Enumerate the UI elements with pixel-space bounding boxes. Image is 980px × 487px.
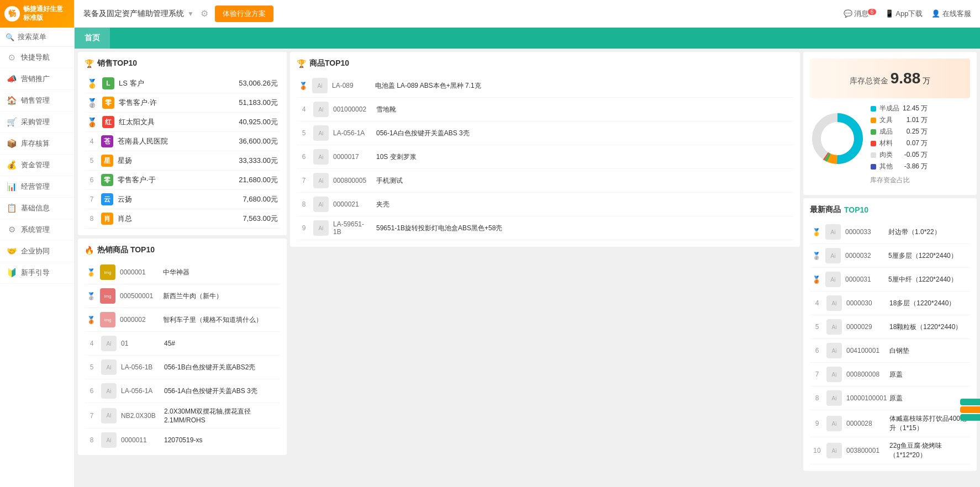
product-row: 8 Ai 0000011 12070519-xs [85, 428, 280, 448]
online-service-link[interactable]: 👤 在线客服 [931, 9, 971, 19]
legend-label: 文具 [879, 115, 903, 125]
rank-medal-1: 🥇 [87, 268, 96, 277]
customer-badge: 零 [102, 97, 114, 109]
hot-products-label: 热销商品 TOP10 [97, 245, 155, 255]
product-row: 6 Ai 0000017 10S 变刺罗浆 [297, 145, 793, 169]
product-image: Ai [826, 295, 842, 311]
product-code: 001000002 [333, 105, 372, 113]
nav-label: 经营管理 [21, 182, 50, 192]
new-products-label: 最新商品 [810, 205, 841, 215]
sidebar-item-guide[interactable]: 🔰 新手引导 [0, 262, 74, 284]
product-row: 4 Ai 01 45# [85, 332, 280, 356]
live-stream-button[interactable]: 直播 [960, 414, 980, 421]
product-name: 056-1B白色按键开关底ABS2壳 [164, 363, 278, 372]
float-service-panel: 客服热线 服务社区 直播 [960, 399, 980, 421]
product-row: 7 Ai 000800008 原盖 [810, 363, 970, 387]
customer-amount: 40,925.00元 [239, 117, 278, 127]
app-download-label: App下载 [895, 9, 923, 18]
customer-name: 苍南县人民医院 [118, 136, 234, 146]
product-code: 0000032 [845, 252, 884, 260]
nav-label: 采购管理 [21, 117, 50, 127]
product-row: 8 Ai 0000021 夹壳 [297, 193, 793, 216]
inventory-total: 库存总资金 9.88 万 [810, 59, 970, 98]
sidebar-item-system[interactable]: ⚙ 系统管理 [0, 219, 74, 241]
customer-amount: 33,333.00元 [239, 156, 278, 166]
service-community-button[interactable]: 服务社区 [960, 406, 980, 413]
gear-icon[interactable]: ⚙ [201, 8, 208, 19]
customer-service-button[interactable]: 客服热线 [960, 399, 980, 405]
product-code: 01 [121, 340, 160, 347]
legend-value: 0.07 万 [907, 139, 928, 148]
legend-item: 其他 -3.86 万 [871, 162, 928, 171]
product-row: 🥇 Ai 0000033 封边带（1.0*22） [810, 220, 970, 244]
customer-badge: L [102, 77, 114, 89]
new-products-title: 最新商品 TOP10 [810, 205, 970, 215]
top-products-label: 商品TOP10 [309, 59, 349, 68]
inventory-chart-section: 半成品 12.45 万 文具 1.01 万 成品 0.25 万 [810, 98, 970, 179]
customers-rank-table: 🥇 L LS 客户 53,006.26元 🥈 零 零售客户·许 51,183.0… [85, 74, 280, 229]
customer-name: 星扬 [118, 156, 234, 166]
customer-name: 红太阳文具 [119, 117, 234, 127]
product-name: 中华神器 [163, 268, 278, 277]
logo-text: 畅捷通好生意 标准版 [23, 5, 63, 22]
legend-item: 成品 0.25 万 [871, 127, 928, 136]
product-row: 5 Ai LA-056-1B 056-1B白色按键开关底ABS2壳 [85, 356, 280, 379]
customer-badge: 星 [101, 155, 113, 167]
sidebar-item-finance[interactable]: 💰 资金管理 [0, 155, 74, 176]
customer-badge: 肖 [101, 213, 113, 225]
sidebar-item-enterprise[interactable]: 🤝 企业协同 [0, 241, 74, 262]
product-image: Ai [313, 102, 329, 117]
legend-dot [871, 141, 876, 146]
rank-medal-1n: 🥇 [812, 228, 821, 236]
topbar-right: 💬 消息 6 📱 App下载 👤 在线客服 [844, 9, 971, 19]
product-name: 5厘多层（1220*2440） [888, 251, 968, 261]
sidebar-item-marketing[interactable]: 📣 营销推广 [0, 68, 74, 90]
sidebar-logo: 畅 畅捷通好生意 标准版 [0, 0, 74, 28]
hot-products-card: 🔥 热销商品 TOP10 🥇 img 0000001 中华神器 🥈 [78, 239, 287, 455]
product-code: LA-056-1A [333, 129, 372, 137]
new-products-list: 🥇 Ai 0000033 封边带（1.0*22） 🥈 Ai 0000032 5厘… [810, 220, 970, 464]
notification-item[interactable]: 💬 消息 6 [844, 9, 877, 19]
legend-value: 12.45 万 [903, 104, 928, 113]
app-download-link[interactable]: 📱 App下载 [885, 9, 923, 19]
tab-home[interactable]: 首页 [75, 28, 110, 49]
product-image: Ai [101, 408, 117, 424]
content-area: 🏆 销售TOP10 🥇 L LS 客户 53,006.26元 🥈 零 [75, 49, 980, 487]
product-image: img [100, 288, 115, 304]
sidebar-search[interactable]: 🔍 搜索菜单 [0, 28, 74, 47]
sidebar-item-base-info[interactable]: 📋 基础信息 [0, 198, 74, 219]
product-image: Ai [826, 443, 842, 458]
sidebar-item-purchase[interactable]: 🛒 采购管理 [0, 112, 74, 133]
sidebar-item-sales[interactable]: 🏠 销售管理 [0, 90, 74, 112]
dropdown-arrow-icon: ▼ [187, 10, 194, 18]
nav-label: 系统管理 [21, 225, 50, 235]
sidebar-item-operations[interactable]: 📊 经营管理 [0, 176, 74, 198]
product-code: 0000001 [120, 268, 159, 276]
table-row: 6 零 零售客户·于 21,680.00元 [85, 171, 280, 190]
table-row: 8 肖 肖总 7,563.00元 [85, 209, 280, 229]
search-icon: 🔍 [6, 33, 14, 41]
legend-item: 文具 1.01 万 [871, 115, 928, 125]
customer-amount: 7,680.00元 [243, 194, 278, 204]
legend-dot [871, 118, 876, 123]
rank-medal-3m: 🥉 [299, 82, 308, 90]
product-name: 59651-1B旋转投影灯电池盒ABS黑色+58壳 [376, 224, 791, 233]
product-row: 8 Ai 10000100001 原盖 [810, 387, 970, 410]
rank-medal-3: 🥉 [87, 117, 98, 128]
nav-label: 资金管理 [21, 160, 50, 170]
top-customers-title: 🏆 销售TOP10 [85, 59, 280, 68]
nav-icon-sales: 🏠 [7, 96, 17, 105]
trial-button[interactable]: 体验行业方案 [215, 6, 273, 22]
customer-badge: 云 [101, 193, 113, 205]
sidebar-item-quick-nav[interactable]: ⊙ 快捷导航 [0, 47, 74, 68]
rank-medal-3: 🥉 [87, 316, 96, 324]
nav-label: 新手引导 [21, 268, 50, 278]
sidebar: 畅 畅捷通好生意 标准版 🔍 搜索菜单 ⊙ 快捷导航 📣 营销推广 🏠 销售管理… [0, 0, 75, 487]
topbar-title: 装备及固定资产辅助管理系统 ▼ [83, 9, 194, 19]
product-row: 4 Ai 001000002 雪地靴 [297, 98, 793, 121]
product-image: img [100, 264, 115, 280]
product-name: 10S 变刺罗浆 [376, 152, 791, 162]
product-image: Ai [101, 432, 117, 448]
nav-label: 库存核算 [21, 139, 50, 149]
sidebar-item-inventory[interactable]: 📦 库存核算 [0, 133, 74, 155]
